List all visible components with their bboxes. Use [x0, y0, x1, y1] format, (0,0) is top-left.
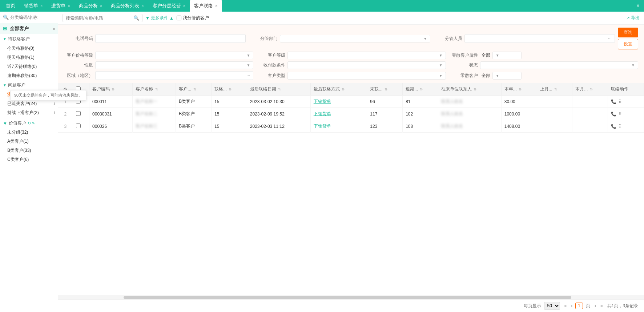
col-not-contacted[interactable]: 未联... ⇅ — [367, 83, 403, 96]
filter-search-input[interactable] — [66, 16, 132, 21]
tab-customer-contact-close[interactable]: × — [215, 4, 217, 8]
row-3-contact-icon[interactable]: 📞 — [611, 124, 616, 129]
price-level-select[interactable]: ▼ — [95, 52, 253, 59]
sidebar-item-class-a[interactable]: A类客户(1) — [0, 137, 58, 146]
sort-level-icon[interactable]: ⇅ — [193, 87, 196, 91]
customer-level-select[interactable]: ▼ — [287, 52, 446, 59]
row-3-checkbox[interactable] — [73, 120, 89, 133]
sidebar-section-value[interactable]: ▼ 价值客户 ↻ ✎ — [0, 119, 58, 128]
tab-customer-seg-close[interactable]: × — [183, 4, 185, 8]
col-this-year[interactable]: 本年... ⇅ — [501, 83, 537, 96]
sort-way-icon[interactable]: ⇅ — [342, 87, 345, 91]
col-last-month[interactable]: 上月... ⇅ — [537, 83, 572, 96]
row-2-contact-icon[interactable]: 📞 — [611, 112, 616, 117]
prev-page-btn[interactable]: ‹ — [569, 303, 574, 309]
sort-lmonth-icon[interactable]: ⇅ — [554, 87, 557, 91]
sidebar-item-today[interactable]: 今天待联络(0) — [0, 44, 58, 53]
query-button[interactable]: 查询 — [618, 28, 638, 37]
row-3-more-icon[interactable]: ⠿ — [619, 124, 622, 129]
col-last-date[interactable]: 最后联络日期 ⇅ — [247, 83, 310, 96]
row-1-way[interactable]: 下销货单 — [310, 96, 367, 108]
tab-purchase[interactable]: 进货单 × — [47, 0, 74, 12]
customer-type-select[interactable]: ▼ — [287, 72, 446, 80]
row-3-check[interactable] — [76, 123, 81, 128]
tab-analysis[interactable]: 商品分析 × — [75, 0, 106, 12]
first-page-btn[interactable]: « — [563, 303, 568, 309]
horizontal-scrollbar[interactable] — [58, 295, 644, 299]
close-all-tabs[interactable]: × — [633, 3, 643, 9]
staff-select[interactable]: ··· — [464, 34, 615, 43]
my-customers-checkbox[interactable]: 我分管的客户 — [177, 15, 209, 21]
refresh-icon[interactable]: ↻ — [28, 121, 31, 126]
row-2-checkbox[interactable] — [73, 108, 89, 120]
sort-code-icon[interactable]: ⇅ — [112, 87, 114, 91]
row-3-way[interactable]: 下销货单 — [310, 120, 367, 133]
region-select[interactable]: ··· — [95, 71, 253, 80]
sidebar-item-ungrouped[interactable]: 未分组(32) — [0, 128, 58, 137]
col-overdue[interactable]: 逾期... ⇅ — [403, 83, 438, 96]
col-code[interactable]: 客户编码 ⇅ — [89, 83, 133, 96]
filter-retail-customer: 零散客户 全部 ▼ — [449, 72, 638, 80]
staff-dots-icon[interactable]: ··· — [608, 36, 612, 41]
sidebar-item-overdue[interactable]: 逾期未联络(30) — [0, 71, 58, 80]
sort-year-icon[interactable]: ⇅ — [519, 87, 522, 91]
status-select[interactable]: ▼ — [480, 61, 638, 69]
col-level[interactable]: 客户... ⇅ — [176, 83, 212, 96]
tab-customer-seg[interactable]: 客户分层经营 × — [148, 0, 190, 12]
sidebar-all-customers[interactable]: ⊞ 全部客户 « — [0, 23, 58, 34]
sort-date-icon[interactable]: ⇅ — [278, 87, 281, 91]
filter-region: 区域（地区） ··· — [64, 71, 253, 80]
tab-sales[interactable]: 销货单 × — [20, 0, 47, 12]
sidebar-search-input[interactable] — [10, 15, 58, 20]
settings-button[interactable]: 设置 — [618, 39, 638, 49]
col-this-month[interactable]: 本月... ⇅ — [572, 83, 608, 96]
filter-search-icon[interactable]: 🔍 — [133, 15, 139, 21]
row-2-check[interactable] — [76, 111, 81, 116]
sidebar-item-tomorrow[interactable]: 明天待联络(1) — [0, 53, 58, 62]
tab-customer-contact[interactable]: 客户联络 × — [190, 0, 222, 12]
edit-icon[interactable]: ✎ — [32, 121, 35, 126]
payment-select[interactable]: ▼ — [287, 61, 446, 69]
region-dots-icon[interactable]: ··· — [246, 73, 250, 78]
tab-purchase-close[interactable]: × — [68, 4, 70, 8]
col-name[interactable]: 客户名称 ⇅ — [133, 83, 176, 96]
phone-input[interactable] — [95, 34, 246, 43]
scrollbar-thumb[interactable] — [124, 296, 571, 299]
dept-select[interactable]: ▼ — [280, 35, 430, 42]
per-page-select[interactable]: 50 — [544, 302, 560, 310]
sort-name-icon[interactable]: ⇅ — [155, 87, 158, 91]
next-page-btn[interactable]: › — [593, 303, 597, 309]
filter-more-conditions[interactable]: ▼ 更多条件 ▲ — [145, 15, 174, 21]
tab-home[interactable]: 首页 — [1, 0, 20, 12]
col-last-way[interactable]: 最后联络方式 ⇅ — [310, 83, 367, 96]
retail-customer-select[interactable]: ▼ — [492, 72, 522, 80]
col-unit-contact[interactable]: 往来单位联系人 ⇅ — [438, 83, 501, 96]
sidebar-item-declining[interactable]: 持续下滑客户(2) ℹ — [0, 108, 58, 117]
sidebar-section-pending[interactable]: ▼ 待联络客户 — [0, 34, 58, 44]
nature-select[interactable]: ▼ — [95, 61, 253, 69]
tab-analysis-close[interactable]: × — [100, 4, 102, 8]
row-2-way[interactable]: 下销货单 — [310, 108, 367, 120]
sidebar-item-week[interactable]: 近7天待联络(0) — [0, 62, 58, 71]
tab-sales-close[interactable]: × — [40, 4, 43, 8]
my-customers-check[interactable] — [177, 16, 181, 20]
tab-analysis-list[interactable]: 商品分析列表 × — [106, 0, 148, 12]
retail-attr-select[interactable]: ▼ — [492, 52, 522, 59]
sort-unit-icon[interactable]: ⇅ — [474, 87, 476, 91]
export-button[interactable]: ↗ 导出 — [626, 15, 640, 21]
row-2-more-icon[interactable]: ⠿ — [619, 112, 622, 117]
row-1-overdue: 81 — [403, 96, 438, 108]
sort-month-icon[interactable]: ⇅ — [590, 87, 593, 91]
sort-contact-icon[interactable]: ⇅ — [229, 87, 232, 91]
sidebar-collapse-icon[interactable]: « — [53, 27, 55, 31]
row-1-contact-icon[interactable]: 📞 — [611, 99, 616, 104]
col-contact[interactable]: 联络... ⇅ — [212, 83, 247, 96]
sidebar-item-class-c[interactable]: C类客户(6) — [0, 155, 58, 164]
sort-overdue-icon[interactable]: ⇅ — [420, 87, 423, 91]
last-page-btn[interactable]: » — [599, 303, 604, 309]
sidebar-section-problem[interactable]: ▼ 问题客户 — [0, 80, 58, 90]
sort-not-icon[interactable]: ⇅ — [385, 87, 387, 91]
row-1-more-icon[interactable]: ⠿ — [619, 99, 622, 104]
tab-analysis-list-close[interactable]: × — [141, 4, 144, 8]
sidebar-item-class-b[interactable]: B类客户(33) — [0, 146, 58, 155]
